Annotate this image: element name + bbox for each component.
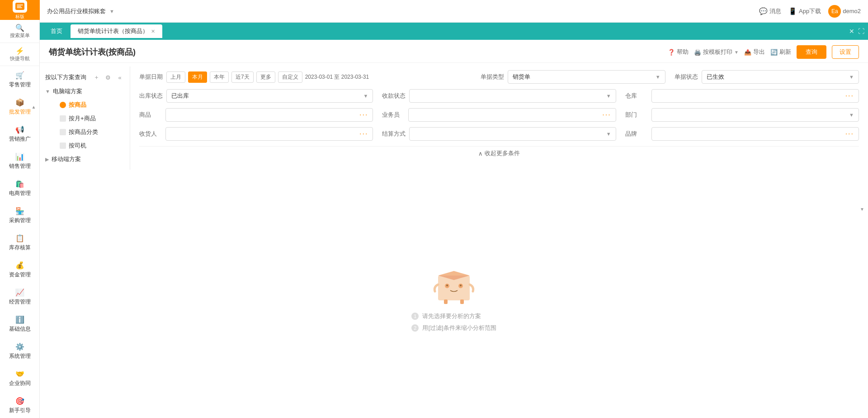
- help-label: 帮助: [677, 48, 689, 56]
- dropdown-arrow-icon: ▼: [109, 9, 114, 14]
- warehouse-status-select[interactable]: 已出库 ▼: [166, 89, 373, 103]
- filter-group-doc-status: 单据状态 已生效 ▼: [675, 70, 859, 84]
- sidebar-item-basic-info[interactable]: ℹ️ 基础信息: [0, 310, 40, 337]
- doc-type-select[interactable]: 销货单 ▼: [508, 70, 665, 84]
- tree-item-by-product-label: 按商品: [69, 101, 86, 109]
- sidebar-item-inventory[interactable]: 📋 库存核算: [0, 229, 40, 256]
- left-panel-header: 按以下方案查询 ＋ ⚙ «: [40, 70, 130, 85]
- sidebar-item-retail[interactable]: 🛒 零售管理 ▼: [0, 66, 40, 93]
- refresh-icon: 🔄: [770, 49, 778, 56]
- query-button[interactable]: 查询: [797, 45, 826, 59]
- export-btn[interactable]: 📤 导出: [744, 48, 765, 56]
- tab-home-label: 首页: [51, 27, 62, 35]
- doc-status-label: 单据状态: [675, 73, 698, 81]
- date-btn-last-month[interactable]: 上月: [166, 71, 185, 83]
- sidebar-item-marketing[interactable]: 📢 营销推广: [0, 120, 40, 147]
- sidebar-item-system[interactable]: ⚙️ 系统管理: [0, 337, 40, 365]
- svg-point-5: [460, 285, 462, 286]
- filter-group-doc-type: 单据类型 销货单 ▼: [481, 70, 665, 84]
- left-panel: 按以下方案查询 ＋ ⚙ « ▼ 电脑端方案 按商品 按月+: [40, 66, 130, 170]
- refresh-btn[interactable]: 🔄 刷新: [770, 48, 791, 56]
- collapse-filter-btn[interactable]: ∧ 收起更多条件: [139, 146, 859, 160]
- tree-item-driver[interactable]: 按司机: [45, 139, 130, 152]
- date-btn-this-month[interactable]: 本月: [188, 71, 207, 83]
- doc-type-label: 单据类型: [481, 73, 504, 81]
- date-btn-this-year[interactable]: 本年: [210, 71, 229, 83]
- page-title: 销货单统计计表(按商品): [49, 47, 136, 57]
- doc-status-select[interactable]: 已生效 ▼: [702, 70, 859, 84]
- panel-add-btn[interactable]: ＋: [92, 73, 101, 82]
- empty-hint-2: 2 用[过滤]条件来缩小分析范围: [411, 324, 496, 332]
- tree-section-mobile[interactable]: ▶ 移动端方案: [40, 152, 130, 166]
- sidebar-item-sales[interactable]: 📊 销售管理: [0, 147, 40, 175]
- filter-row-1: 单据日期 上月 本月 本年 近7天 更多 自定义 2023-03-01 至 20…: [139, 70, 859, 84]
- dept-select[interactable]: ▼: [651, 108, 859, 122]
- panel-header-label: 按以下方案查询: [45, 73, 89, 81]
- brand-input[interactable]: ···: [651, 127, 859, 141]
- app-download-icon: 📱: [788, 7, 797, 15]
- retail-label: 零售管理: [9, 81, 31, 89]
- receiver-dots-icon: ···: [359, 130, 368, 138]
- date-btn-more[interactable]: 更多: [256, 71, 275, 83]
- header-left: 办公用品行业模拟账套 ▼: [47, 7, 114, 15]
- salesperson-input[interactable]: ···: [408, 108, 616, 122]
- enterprise-label: 企业协同: [9, 380, 31, 387]
- tree-item-product-category[interactable]: 按商品分类: [45, 125, 130, 139]
- product-input[interactable]: ···: [165, 108, 373, 122]
- dept-label: 部门: [625, 111, 648, 119]
- tree-mobile-label: 移动端方案: [52, 155, 81, 163]
- page-actions: ❓ 帮助 🖨️ 按模板打印 ▼ 📤 导出 🔄 刷新 查询 设置: [668, 45, 859, 59]
- filter-group-date: 单据日期 上月 本月 本年 近7天 更多 自定义 2023-03-01 至 20…: [139, 71, 472, 83]
- warehouse-status-value: 已出库: [171, 92, 189, 100]
- date-btn-7days[interactable]: 近7天: [231, 71, 254, 83]
- date-filter-control: 上月 本月 本年 近7天 更多 自定义 2023-03-01 至 2023-03…: [166, 71, 369, 83]
- tree-item-by-product[interactable]: 按商品: [45, 98, 130, 112]
- receiver-input[interactable]: ···: [165, 127, 373, 141]
- newbie-label: 新手引导: [9, 407, 31, 414]
- sidebar-item-operations[interactable]: 📈 经营管理: [0, 283, 40, 310]
- sidebar-quick-nav[interactable]: ⚡ 快捷导航: [0, 43, 40, 66]
- template-print-btn[interactable]: 🖨️ 按模板打印 ▼: [694, 48, 739, 56]
- svg-rect-6: [444, 299, 448, 304]
- payment-status-select[interactable]: ▼: [409, 89, 616, 103]
- date-btn-custom[interactable]: 自定义: [278, 71, 302, 83]
- collapse-label: 收起更多条件: [485, 149, 520, 157]
- retail-icon: 🛒: [15, 71, 24, 80]
- sidebar-item-wholesale[interactable]: 📦 批发管理 ▲: [0, 93, 40, 120]
- sidebar-item-newbie[interactable]: 🎯 新手引导: [0, 392, 40, 418]
- user-btn[interactable]: Ea demo2: [828, 5, 861, 18]
- sidebar-item-ecommerce[interactable]: 🛍️ 电商管理: [0, 175, 40, 202]
- newbie-icon: 🎯: [15, 396, 24, 405]
- ecommerce-icon: 🛍️: [15, 179, 24, 188]
- tab-home[interactable]: 首页: [43, 24, 70, 38]
- panel-collapse-btn[interactable]: «: [115, 73, 124, 82]
- template-print-label: 按模板打印: [703, 48, 732, 56]
- tab-close-icon[interactable]: ✕: [151, 28, 155, 34]
- settings-button[interactable]: 设置: [832, 45, 859, 59]
- purchase-label: 采购管理: [9, 217, 31, 224]
- warehouse-status-caret-icon: ▼: [363, 93, 368, 99]
- panel-settings-btn[interactable]: ⚙: [104, 73, 113, 82]
- sidebar-search[interactable]: 🔍 搜索菜单: [0, 20, 40, 43]
- sidebar-item-finance[interactable]: 💰 资金管理: [0, 256, 40, 283]
- warehouse-status-label: 出库状态: [139, 92, 163, 100]
- enterprise-icon: 🤝: [15, 369, 24, 378]
- tab-sales-stat[interactable]: 销货单统计计表（按商品） ✕: [71, 24, 162, 38]
- settlement-select[interactable]: ▼: [409, 127, 616, 141]
- sidebar-item-enterprise[interactable]: 🤝 企业协同: [0, 365, 40, 392]
- driver-icon: [60, 142, 66, 149]
- tab-close-all-icon[interactable]: ✕: [849, 28, 854, 35]
- help-btn[interactable]: ❓ 帮助: [668, 48, 689, 56]
- inventory-icon: 📋: [15, 233, 24, 242]
- app-download-btn[interactable]: 📱 App下载: [788, 7, 821, 15]
- tab-bar: 首页 销货单统计计表（按商品） ✕ ✕ ⛶: [40, 23, 868, 40]
- tab-maximize-icon[interactable]: ⛶: [858, 28, 864, 35]
- tree-section-desktop[interactable]: ▼ 电脑端方案: [40, 85, 130, 98]
- receiver-label: 收货人: [139, 130, 162, 138]
- sidebar-item-purchase[interactable]: 🏪 采购管理: [0, 202, 40, 229]
- payment-status-caret-icon: ▼: [606, 93, 611, 99]
- user-name: demo2: [843, 8, 861, 14]
- tree-item-month-product[interactable]: 按月+商品: [45, 112, 130, 125]
- message-btn[interactable]: 💬 消息: [759, 7, 781, 15]
- warehouse-input[interactable]: ···: [651, 89, 859, 103]
